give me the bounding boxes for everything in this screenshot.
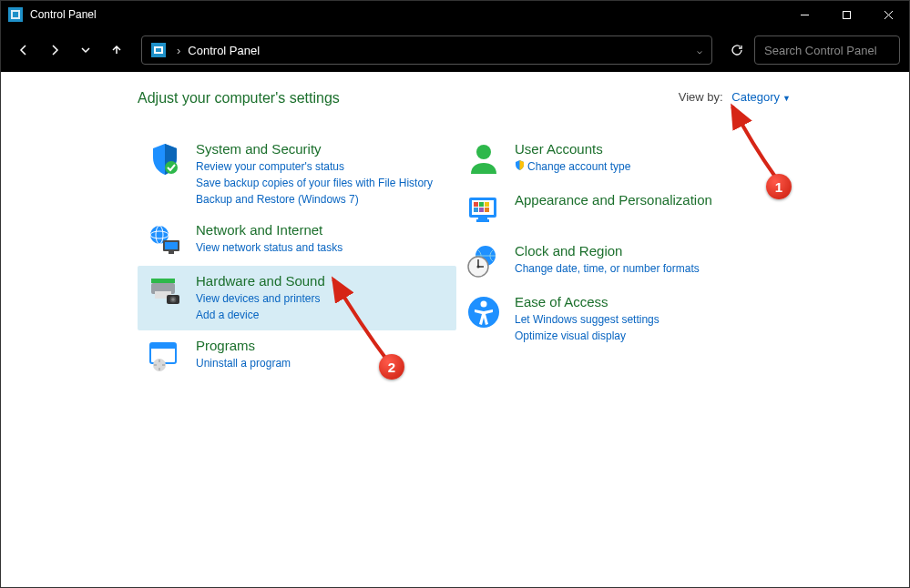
svg-rect-26 (150, 343, 176, 349)
svg-rect-19 (151, 279, 175, 283)
titlebar: Control Panel (1, 1, 909, 28)
forward-button[interactable] (41, 36, 68, 64)
category-title[interactable]: Hardware and Sound (196, 273, 447, 289)
search-input[interactable] (764, 44, 910, 57)
address-dropdown-icon[interactable]: ⌵ (697, 46, 702, 56)
shield-icon (147, 141, 183, 177)
chevron-right-icon: › (177, 44, 180, 57)
category-link[interactable]: View network status and tasks (196, 239, 447, 256)
user-icon (465, 141, 502, 177)
breadcrumb[interactable]: Control Panel (188, 44, 260, 57)
recent-locations-button[interactable] (72, 36, 99, 64)
search-box[interactable] (754, 35, 900, 65)
svg-rect-32 (479, 202, 484, 207)
category-title[interactable]: Network and Internet (196, 222, 447, 238)
programs-icon (147, 338, 183, 374)
svg-rect-35 (479, 208, 484, 212)
view-by-dropdown[interactable]: Category▼ (731, 90, 791, 104)
svg-rect-36 (485, 208, 489, 212)
globe-monitor-icon (147, 222, 183, 259)
up-button[interactable] (103, 36, 130, 64)
svg-point-28 (476, 145, 491, 159)
category-appearance-personalization[interactable]: Appearance and Personalization (456, 185, 775, 236)
minimize-button[interactable] (783, 1, 825, 28)
svg-rect-38 (476, 219, 489, 222)
toolbar: › Control Panel ⌵ (1, 28, 909, 72)
svg-rect-31 (474, 202, 478, 207)
category-link[interactable]: Change date, time, or number formats (515, 260, 766, 277)
window-title: Control Panel (30, 8, 97, 21)
view-by-label: View by: (679, 90, 723, 104)
view-by-control: View by: Category▼ (679, 90, 791, 104)
control-panel-icon (151, 43, 166, 57)
category-link[interactable]: View devices and printers (196, 290, 447, 307)
uac-shield-icon (515, 160, 525, 170)
category-ease-of-access[interactable]: Ease of Access Let Windows suggest setti… (456, 287, 775, 351)
refresh-button[interactable] (723, 36, 751, 64)
category-title[interactable]: Clock and Region (515, 243, 766, 259)
close-button[interactable] (867, 1, 909, 28)
category-link[interactable]: Save backup copies of your files with Fi… (196, 175, 447, 191)
svg-rect-34 (474, 208, 478, 212)
category-link[interactable]: Optimize visual display (515, 328, 766, 344)
category-hardware-sound[interactable]: Hardware and Sound View devices and prin… (138, 266, 456, 330)
svg-rect-17 (165, 242, 178, 249)
category-link[interactable]: Uninstall a program (196, 355, 447, 371)
category-clock-region[interactable]: Clock and Region Change date, time, or n… (456, 236, 775, 287)
category-link[interactable]: Let Windows suggest settings (515, 311, 766, 328)
window: Control Panel › Control Panel ⌵ Adjust y… (0, 0, 910, 588)
category-title[interactable]: Appearance and Personalization (515, 192, 766, 208)
accessibility-icon (465, 294, 502, 330)
svg-rect-4 (843, 11, 850, 18)
svg-rect-9 (156, 48, 161, 52)
maximize-button[interactable] (825, 1, 867, 28)
category-system-security[interactable]: System and Security Review your computer… (138, 134, 456, 215)
address-bar[interactable]: › Control Panel ⌵ (141, 35, 712, 65)
svg-rect-37 (478, 218, 487, 219)
category-title[interactable]: Programs (196, 338, 447, 353)
printer-camera-icon (147, 273, 183, 309)
category-title[interactable]: System and Security (196, 141, 447, 157)
category-link[interactable]: Add a device (196, 307, 447, 323)
category-user-accounts[interactable]: User Accounts Change account type (456, 134, 775, 185)
svg-point-45 (481, 301, 487, 308)
svg-point-24 (171, 298, 175, 301)
left-column: System and Security Review your computer… (138, 134, 456, 381)
clock-globe-icon (465, 243, 502, 279)
svg-rect-2 (13, 12, 18, 17)
back-button[interactable] (10, 36, 37, 64)
category-title[interactable]: Ease of Access (515, 294, 766, 309)
category-network-internet[interactable]: Network and Internet View network status… (138, 215, 456, 266)
svg-rect-18 (169, 251, 174, 254)
category-title[interactable]: User Accounts (515, 141, 766, 157)
monitor-colors-icon (465, 192, 502, 228)
right-column: User Accounts Change account type Appear… (456, 134, 775, 381)
category-link[interactable]: Review your computer's status (196, 158, 447, 175)
category-link[interactable]: Change account type (515, 158, 766, 175)
control-panel-app-icon (8, 7, 23, 22)
category-programs[interactable]: Programs Uninstall a program (138, 330, 456, 381)
svg-point-12 (165, 161, 178, 174)
svg-point-43 (477, 266, 480, 269)
category-link[interactable]: Backup and Restore (Windows 7) (196, 191, 447, 208)
content-area: Adjust your computer's settings View by:… (1, 72, 909, 587)
page-heading: Adjust your computer's settings (138, 90, 909, 106)
chevron-down-icon: ▼ (782, 94, 791, 103)
svg-rect-33 (485, 202, 489, 207)
